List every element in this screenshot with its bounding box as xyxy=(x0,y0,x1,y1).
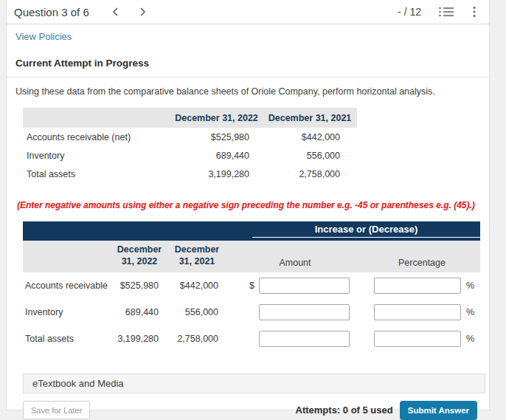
percent-sign-label: % xyxy=(466,307,474,317)
data-table-header-row: December 31, 2022 December 31, 2021 xyxy=(23,108,357,128)
amount-input-total-assets[interactable] xyxy=(259,331,350,347)
row-label: Total assets xyxy=(23,334,111,344)
percentage-input-total-assets[interactable] xyxy=(374,331,461,347)
kebab-menu-icon xyxy=(473,6,476,18)
section-divider xyxy=(7,77,489,78)
next-question-button[interactable] xyxy=(138,5,148,18)
amount-input-inventory[interactable] xyxy=(259,304,350,320)
balance-sheet-data-table: December 31, 2022 December 31, 2021 Acco… xyxy=(23,108,357,183)
answer-col-header-2021: December 31, 2021 xyxy=(167,244,226,268)
question-prompt: Using these data from the comparative ba… xyxy=(15,86,480,97)
dollar-sign-label: $ xyxy=(249,280,254,291)
row-label: Total assets xyxy=(23,169,170,179)
attempt-status-heading: Current Attempt in Progress xyxy=(15,58,489,69)
question-footer: Save for Later Attempts: 0 of 5 used Sub… xyxy=(23,401,477,420)
row-label: Accounts receivable (net) xyxy=(23,132,170,142)
percentage-input-inventory[interactable] xyxy=(374,304,461,320)
answer-col-header-2022: December 31, 2022 xyxy=(111,244,167,268)
value-2021: 556,000 xyxy=(167,307,226,317)
answer-table-group-header: Increase or (Decrease) xyxy=(23,221,480,241)
table-row: Total assets 3,199,280 2,758,000 xyxy=(23,165,357,183)
percentage-input-accounts-receivable[interactable] xyxy=(374,278,461,294)
value-2022: 689,440 xyxy=(111,307,167,317)
value-2021: 556,000 xyxy=(263,151,357,161)
attempts-counter: Attempts: 0 of 5 used xyxy=(296,404,393,416)
row-label: Accounts receivable xyxy=(23,280,111,291)
previous-question-button[interactable] xyxy=(110,5,120,18)
question-list-button[interactable] xyxy=(437,4,455,19)
value-2022: $525,980 xyxy=(111,280,167,291)
more-options-button[interactable] xyxy=(471,4,477,19)
answer-table-column-headers: December 31, 2022 December 31, 2021 Amou… xyxy=(23,241,480,272)
chevron-right-icon xyxy=(139,7,147,17)
value-2021: 2,758,000 xyxy=(167,334,226,344)
table-row: Inventory 689,440 556,000 xyxy=(23,146,357,165)
row-label: Inventory xyxy=(23,307,111,317)
amount-input-accounts-receivable[interactable] xyxy=(259,278,350,294)
save-for-later-button[interactable]: Save for Later xyxy=(23,401,90,419)
horizontal-analysis-answer-table: Increase or (Decrease) December 31, 2022… xyxy=(23,221,480,352)
value-2022: 689,440 xyxy=(170,151,263,161)
view-policies-link[interactable]: View Policies xyxy=(15,31,72,42)
question-counter: Question 3 of 6 xyxy=(14,6,89,18)
table-row: Inventory 689,440 556,000 % xyxy=(23,299,480,326)
table-row: Accounts receivable (net) $525,980 $442,… xyxy=(23,128,357,146)
answer-col-header-amount: Amount xyxy=(226,258,364,268)
answer-col-header-percentage: Percentage xyxy=(364,258,480,268)
value-2022: 3,199,280 xyxy=(170,169,263,179)
percent-sign-label: % xyxy=(466,280,474,291)
negative-amount-instruction: (Enter negative amounts using either a n… xyxy=(17,200,489,210)
table-row: Total assets 3,199,280 2,758,000 % xyxy=(23,326,480,352)
question-score: - / 12 xyxy=(398,6,421,18)
question-card: Question 3 of 6 - / 12 xyxy=(6,0,490,410)
row-label: Inventory xyxy=(23,151,170,161)
submit-answer-button[interactable]: Submit Answer xyxy=(400,401,477,420)
value-2022: 3,199,280 xyxy=(111,334,167,344)
data-col-header-2022: December 31, 2022 xyxy=(170,113,263,123)
etextbook-and-media-accordion[interactable]: eTextbook and Media xyxy=(23,373,485,393)
table-row: Accounts receivable $525,980 $442,000 $ … xyxy=(23,272,480,299)
value-2021: 2,758,000 xyxy=(263,169,357,179)
question-header-bar: Question 3 of 6 - / 12 xyxy=(7,0,489,24)
data-col-header-2021: December 31, 2021 xyxy=(263,113,357,123)
etextbook-label: eTextbook and Media xyxy=(32,378,124,389)
value-2022: $525,980 xyxy=(170,132,263,142)
value-2021: $442,000 xyxy=(263,132,357,142)
question-list-icon xyxy=(439,6,454,18)
value-2021: $442,000 xyxy=(167,280,226,291)
chevron-left-icon xyxy=(111,7,119,17)
increase-decrease-header: Increase or (Decrease) xyxy=(252,224,480,238)
percent-sign-label: % xyxy=(466,334,474,344)
